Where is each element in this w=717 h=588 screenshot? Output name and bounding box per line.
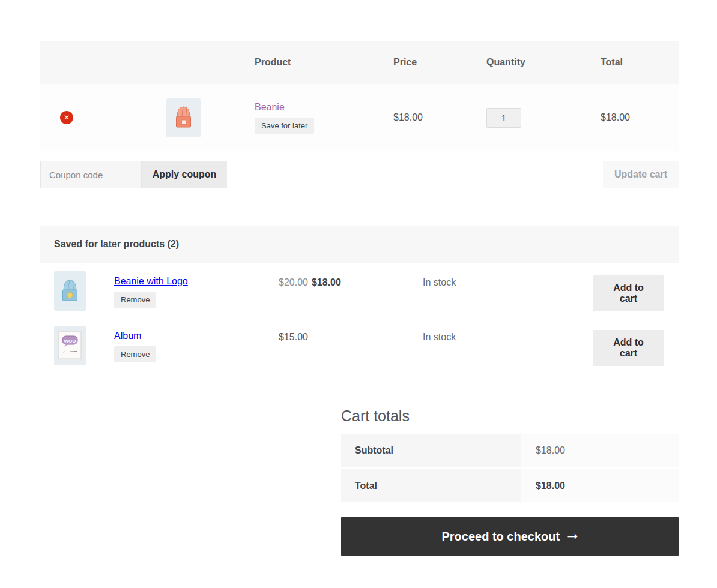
product-thumbnail-beanie-with-logo[interactable] <box>54 271 86 311</box>
product-link-beanie[interactable]: Beanie <box>255 102 285 112</box>
cart-table-header: Product Price Quantity Total <box>40 41 679 84</box>
saved-for-later-title: Saved for later products (2) <box>54 239 179 250</box>
thumbnail-cell <box>126 98 255 137</box>
cart-totals-table: Subtotal $18.00 Total $18.00 <box>341 434 679 502</box>
quantity-cell <box>486 108 601 128</box>
svg-text:WOO: WOO <box>64 338 76 344</box>
save-for-later-button[interactable]: Save for later <box>255 118 314 134</box>
saved-for-later-section: Saved for later products (2) Beanie w <box>40 226 679 368</box>
product-link-beanie-with-logo[interactable]: Beanie with Logo <box>114 276 188 286</box>
cart-actions-row: Apply coupon Update cart <box>40 161 679 188</box>
subtotal-label: Subtotal <box>341 434 521 467</box>
coupon-code-input[interactable] <box>40 161 142 188</box>
blue-beanie-image <box>54 271 86 311</box>
add-to-cart-cell: Add to cart <box>593 271 664 317</box>
saved-product-cell: Album Remove <box>114 326 279 368</box>
checkout-label: Proceed to checkout <box>441 530 560 544</box>
header-product: Product <box>255 57 393 68</box>
regular-price: $20.00 <box>279 277 308 287</box>
saved-item-price: $15.00 <box>279 326 423 368</box>
saved-thumb-cell <box>54 271 114 317</box>
saved-item-price: $20.00$18.00 <box>279 271 423 317</box>
apply-coupon-button[interactable]: Apply coupon <box>142 161 227 188</box>
add-to-cart-button-beanie-with-logo[interactable]: Add to cart <box>593 275 664 311</box>
product-thumbnail-beanie[interactable] <box>166 98 201 137</box>
add-to-cart-button-album[interactable]: Add to cart <box>593 330 664 366</box>
quantity-input[interactable] <box>486 108 521 128</box>
saved-item-row: Beanie with Logo Remove $20.00$18.00 In … <box>40 263 679 317</box>
remove-saved-item-button[interactable]: Remove <box>114 292 156 308</box>
item-total: $18.00 <box>601 112 679 123</box>
product-thumbnail-album[interactable]: WOO <box>54 326 86 365</box>
saved-product-cell: Beanie with Logo Remove <box>114 271 279 317</box>
stock-status: In stock <box>423 326 593 368</box>
woo-album-image: WOO <box>54 326 86 365</box>
remove-saved-item-button[interactable]: Remove <box>114 346 156 362</box>
sale-price: $18.00 <box>312 277 341 287</box>
product-link-album[interactable]: Album <box>114 331 141 341</box>
saved-item-row: WOO Album Remove $15.00 In stock Add to … <box>40 317 679 368</box>
subtotal-value: $18.00 <box>521 434 679 467</box>
add-to-cart-cell: Add to cart <box>593 326 664 368</box>
item-price: $18.00 <box>393 112 486 123</box>
total-value: $18.00 <box>521 469 679 502</box>
header-price: Price <box>393 57 486 68</box>
saved-thumb-cell: WOO <box>54 326 114 368</box>
remove-cell: ✕ <box>40 111 126 124</box>
stock-status: In stock <box>423 271 593 317</box>
cart-totals-section: Cart totals Subtotal $18.00 Total $18.00… <box>341 407 679 556</box>
proceed-to-checkout-button[interactable]: Proceed to checkout ➞ <box>341 517 679 556</box>
cart-page: Product Price Quantity Total ✕ Beanie <box>40 41 679 556</box>
cart-item-row: ✕ Beanie Save for later $18.00 $18.00 <box>40 84 679 151</box>
pink-beanie-image <box>166 98 201 137</box>
header-total: Total <box>601 57 679 68</box>
product-cell: Beanie Save for later <box>255 102 393 134</box>
cart-totals-title: Cart totals <box>341 407 679 425</box>
right-arrow-icon: ➞ <box>567 530 578 543</box>
remove-item-icon[interactable]: ✕ <box>60 111 73 124</box>
update-cart-button[interactable]: Update cart <box>603 161 679 188</box>
saved-for-later-header: Saved for later products (2) <box>40 226 679 263</box>
total-label: Total <box>341 469 521 502</box>
header-quantity: Quantity <box>486 57 601 68</box>
